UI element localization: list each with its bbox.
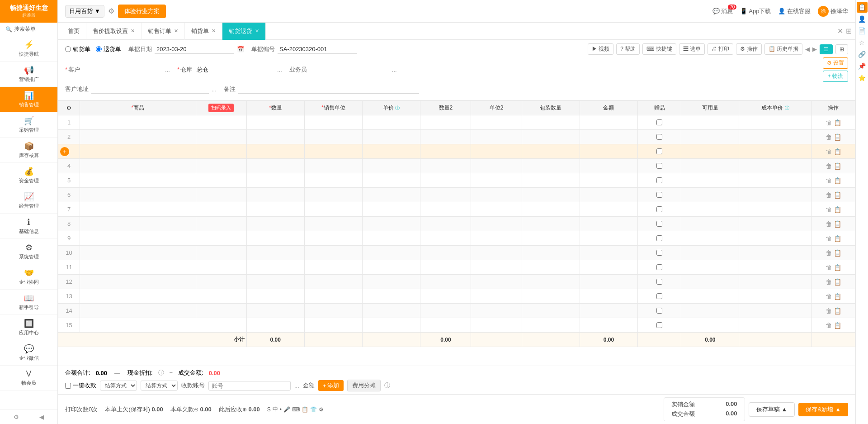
cell-qty2[interactable] bbox=[420, 130, 471, 144]
cell-cost-price[interactable] bbox=[739, 318, 811, 333]
cell-unit2[interactable] bbox=[471, 318, 522, 333]
billno-input[interactable] bbox=[278, 45, 357, 54]
cell-qty[interactable] bbox=[246, 217, 304, 231]
cell-pack-qty[interactable] bbox=[522, 231, 580, 246]
cell-amount[interactable] bbox=[580, 289, 637, 304]
cell-goods[interactable] bbox=[80, 318, 196, 333]
sidebar-item-basic-info[interactable]: ℹ 基础信息 bbox=[0, 214, 57, 239]
cell-amount[interactable] bbox=[580, 231, 637, 246]
tab-sales-return[interactable]: 销货退货 ✕ bbox=[222, 23, 266, 40]
prev-record-icon[interactable]: ◀ bbox=[805, 46, 810, 52]
cell-cost-price[interactable] bbox=[739, 275, 811, 289]
cell-unit2[interactable] bbox=[471, 188, 522, 202]
cell-pack-qty[interactable] bbox=[522, 144, 580, 159]
cell-qty2[interactable] bbox=[420, 318, 471, 333]
scan-button[interactable]: 扫码录入 bbox=[208, 104, 234, 112]
goods-input[interactable] bbox=[82, 148, 193, 155]
gift-checkbox[interactable] bbox=[656, 119, 662, 125]
cell-available[interactable] bbox=[681, 275, 739, 289]
copy-row-btn[interactable]: 📋 bbox=[834, 249, 841, 257]
cell-unit2[interactable] bbox=[471, 260, 522, 275]
cell-unit[interactable] bbox=[304, 159, 362, 173]
sidebar-item-sales[interactable]: 📊 销售管理 bbox=[0, 87, 57, 112]
rp-icon-file[interactable]: 📄 bbox=[857, 25, 868, 36]
save-draft-button[interactable]: 保存草稿 ▲ bbox=[749, 402, 795, 417]
sidebar-item-app-center[interactable]: 🔲 应用中心 bbox=[0, 315, 57, 340]
settings-gear-icon[interactable]: ⚙ bbox=[108, 7, 114, 15]
cell-available[interactable] bbox=[681, 144, 739, 159]
cell-amount[interactable] bbox=[580, 275, 637, 289]
sidebar-item-member[interactable]: V 畅会员 bbox=[0, 366, 57, 391]
cell-unit2[interactable] bbox=[471, 275, 522, 289]
cell-goods[interactable] bbox=[80, 246, 196, 260]
cell-unit[interactable] bbox=[304, 115, 362, 130]
cell-unit[interactable] bbox=[304, 231, 362, 246]
cell-amount[interactable] bbox=[580, 144, 637, 159]
cell-available[interactable] bbox=[681, 159, 739, 173]
col-settings[interactable]: ⚙ bbox=[58, 101, 80, 115]
fee-help-icon[interactable]: ⓘ bbox=[384, 381, 390, 390]
sidebar-item-marketing[interactable]: 📢 营销推广 bbox=[0, 62, 57, 87]
cell-available[interactable] bbox=[681, 246, 739, 260]
cell-unit[interactable] bbox=[304, 188, 362, 202]
cell-pack-qty[interactable] bbox=[522, 246, 580, 260]
cell-price[interactable] bbox=[363, 275, 420, 289]
cell-pack-qty[interactable] bbox=[522, 289, 580, 304]
cell-unit2[interactable] bbox=[471, 246, 522, 260]
cell-amount[interactable] bbox=[580, 318, 637, 333]
copy-row-btn[interactable]: 📋 bbox=[834, 133, 841, 141]
cell-amount[interactable] bbox=[580, 304, 637, 318]
cell-cost-price[interactable] bbox=[739, 202, 811, 217]
video-btn[interactable]: ▶ 视频 bbox=[588, 43, 613, 55]
cell-unit2[interactable] bbox=[471, 217, 522, 231]
cell-pack-qty[interactable] bbox=[522, 217, 580, 231]
cell-cost-price[interactable] bbox=[739, 289, 811, 304]
cell-cost-price[interactable] bbox=[739, 188, 811, 202]
delete-row-btn[interactable]: 🗑 bbox=[826, 264, 832, 271]
cell-qty[interactable] bbox=[246, 246, 304, 260]
cell-price[interactable] bbox=[363, 260, 420, 275]
fee-split-btn[interactable]: 费用分摊 bbox=[347, 380, 381, 391]
tab-home[interactable]: 首页 bbox=[61, 23, 86, 40]
tab-close-all-icon[interactable]: ✕ bbox=[837, 27, 843, 35]
cell-pack-qty[interactable] bbox=[522, 159, 580, 173]
rp-icon-doc[interactable]: 📋 bbox=[857, 2, 868, 13]
cell-amount[interactable] bbox=[580, 130, 637, 144]
industry-selector[interactable]: 日用百货 ▼ bbox=[65, 5, 104, 18]
sidebar-item-quick-nav[interactable]: ⚡ 快捷导航 bbox=[0, 36, 57, 62]
cell-unit[interactable] bbox=[304, 304, 362, 318]
customer-more-icon[interactable]: ... bbox=[165, 67, 170, 73]
operation-btn[interactable]: ⚙ 操作 bbox=[736, 43, 761, 55]
cell-unit2[interactable] bbox=[471, 304, 522, 318]
delete-row-btn[interactable]: 🗑 bbox=[826, 249, 832, 257]
cell-cost-price[interactable] bbox=[739, 304, 811, 318]
rp-icon-user[interactable]: 👤 bbox=[857, 14, 868, 24]
goods-input[interactable] bbox=[82, 119, 193, 126]
tab-close-icon[interactable]: ✕ bbox=[255, 28, 259, 34]
cell-goods[interactable] bbox=[80, 115, 196, 130]
cell-unit[interactable] bbox=[304, 173, 362, 188]
sidebar-item-system[interactable]: ⚙ 系统管理 bbox=[0, 239, 57, 264]
rp-icon-star[interactable]: ☆ bbox=[857, 37, 868, 48]
cell-pack-qty[interactable] bbox=[522, 304, 580, 318]
account-more-icon[interactable]: ... bbox=[294, 382, 299, 389]
cell-unit2[interactable] bbox=[471, 159, 522, 173]
tab-price-extract[interactable]: 售价提取设置 ✕ bbox=[86, 23, 142, 40]
sidebar-item-wechat[interactable]: 💬 企业微信 bbox=[0, 340, 57, 366]
tab-sales-order[interactable]: 销售订单 ✕ bbox=[142, 23, 185, 40]
calc-method-select[interactable]: 结算方式 bbox=[141, 381, 178, 391]
cell-price[interactable] bbox=[363, 115, 420, 130]
cell-available[interactable] bbox=[681, 188, 739, 202]
cell-qty2[interactable] bbox=[420, 159, 471, 173]
gift-checkbox[interactable] bbox=[656, 264, 662, 270]
delete-row-btn[interactable]: 🗑 bbox=[826, 148, 832, 155]
gift-checkbox[interactable] bbox=[656, 192, 662, 198]
gift-checkbox[interactable] bbox=[656, 322, 662, 328]
tab-close-icon[interactable]: ✕ bbox=[212, 28, 216, 34]
cell-qty2[interactable] bbox=[420, 260, 471, 275]
cell-amount[interactable] bbox=[580, 173, 637, 188]
copy-row-btn[interactable]: 📋 bbox=[834, 322, 841, 329]
cell-available[interactable] bbox=[681, 217, 739, 231]
one-key-collect-checkbox[interactable]: 一键收款 bbox=[65, 381, 96, 390]
cell-cost-price[interactable] bbox=[739, 260, 811, 275]
